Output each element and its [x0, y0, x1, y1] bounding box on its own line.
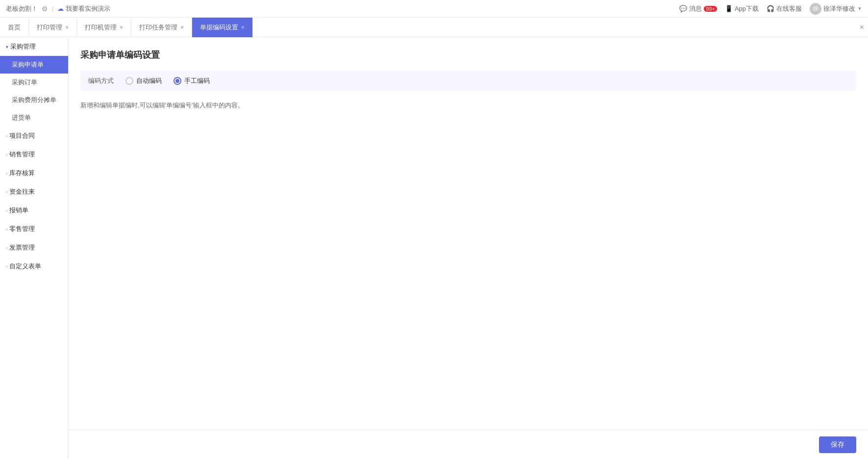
sidebar-item-purchase-order[interactable]: 采购订单	[0, 74, 68, 91]
chevron-right-icon-4: ›	[6, 189, 7, 195]
message-label: 消息	[689, 4, 702, 13]
tab-bar: 首页 打印管理 × 打印机管理 × 打印任务管理 × 单据编码设置 × ×	[0, 18, 868, 37]
tab-print-task[interactable]: 打印任务管理 ×	[131, 18, 192, 37]
manual-code-radio[interactable]	[174, 77, 181, 85]
message-action[interactable]: 💬 消息 99+	[679, 4, 717, 13]
message-icon: 💬	[679, 5, 687, 12]
avatar: 徐	[810, 3, 821, 15]
chevron-right-icon-5: ›	[6, 208, 7, 213]
sidebar-group-custom-form-header[interactable]: › 自定义表单	[0, 257, 68, 276]
demo-link[interactable]: ☁ 我要看实例演示	[57, 4, 110, 13]
content-area: 采购申请单编码设置 编码方式 自动编码 手工编码 新增和编辑单据编时,可以编辑'…	[69, 37, 868, 459]
sidebar-group-invoice-header[interactable]: › 发票管理	[0, 238, 68, 257]
cloud-icon: ☁	[57, 5, 64, 12]
hint-text: 新增和编辑单据编时,可以编辑'单编编号'输入框中的内容。	[80, 101, 856, 110]
app-download-icon: 📱	[725, 5, 733, 12]
close-tab-bar-icon[interactable]: ×	[856, 19, 868, 36]
settings-icon[interactable]: ⚙	[42, 5, 48, 13]
sidebar-group-expense-label: 报销单	[9, 206, 28, 215]
tab-print-mgmt-label: 打印管理	[37, 23, 62, 32]
manual-code-option[interactable]: 手工编码	[174, 76, 210, 85]
app-title: 老板勿割！	[6, 4, 38, 13]
divider-icon: |	[52, 5, 53, 12]
manual-code-label: 手工编码	[184, 76, 210, 85]
sidebar-group-invoice-label: 发票管理	[9, 243, 35, 252]
sidebar-item-purchase-expense[interactable]: 采购费用分摊单	[0, 91, 68, 109]
top-bar-right: 💬 消息 99+ 📱 App下载 🎧 在线客服 徐 徐泽华修改 ▼	[679, 3, 862, 15]
sidebar-group-purchase-label: 采购管理	[10, 42, 36, 51]
customer-service-action[interactable]: 🎧 在线客服	[767, 4, 802, 13]
app-download-label: App下载	[735, 4, 759, 13]
tab-code-settings[interactable]: 单据编码设置 ×	[192, 18, 253, 37]
sidebar-group-finance-header[interactable]: › 资金往来	[0, 182, 68, 201]
sidebar: ▾ 采购管理 采购申请单 采购订单 采购费用分摊单 进货单 › 项目合同 › 销…	[0, 37, 69, 459]
content-footer: 保存	[69, 430, 868, 459]
auto-code-label: 自动编码	[136, 76, 162, 85]
sidebar-item-purchase-request[interactable]: 采购申请单	[0, 56, 68, 74]
save-button[interactable]: 保存	[819, 436, 856, 453]
tab-home[interactable]: 首页	[0, 18, 29, 37]
chevron-down-icon: ▾	[6, 44, 8, 50]
sidebar-group-expense-header[interactable]: › 报销单	[0, 201, 68, 220]
sidebar-group-inventory-label: 库存核算	[9, 169, 35, 178]
tab-print-task-label: 打印任务管理	[139, 23, 177, 32]
auto-code-radio[interactable]	[125, 77, 133, 85]
encoding-label: 编码方式	[88, 76, 114, 85]
sidebar-group-retail-label: 零售管理	[9, 225, 35, 233]
content-main: 采购申请单编码设置 编码方式 自动编码 手工编码 新增和编辑单据编时,可以编辑'…	[69, 37, 868, 430]
customer-service-icon: 🎧	[767, 5, 774, 12]
tab-print-task-close[interactable]: ×	[180, 24, 184, 31]
sidebar-group-custom-form-label: 自定义表单	[9, 262, 41, 271]
tab-home-label: 首页	[8, 23, 21, 32]
encoding-row: 编码方式 自动编码 手工编码	[80, 71, 856, 91]
sidebar-group-purchase: ▾ 采购管理 采购申请单 采购订单 采购费用分摊单 进货单	[0, 37, 68, 127]
main-layout: ▾ 采购管理 采购申请单 采购订单 采购费用分摊单 进货单 › 项目合同 › 销…	[0, 37, 868, 459]
sidebar-group-sales-header[interactable]: › 销售管理	[0, 145, 68, 164]
sidebar-group-finance-label: 资金往来	[9, 187, 35, 196]
user-info[interactable]: 徐 徐泽华修改 ▼	[810, 3, 862, 15]
message-badge: 99+	[704, 6, 717, 12]
customer-service-label: 在线客服	[776, 4, 802, 13]
chevron-right-icon-7: ›	[6, 245, 7, 251]
sidebar-group-project-label: 项目合同	[9, 131, 35, 140]
tab-code-settings-label: 单据编码设置	[200, 23, 238, 32]
tab-printer-mgmt-close[interactable]: ×	[120, 24, 123, 31]
page-title: 采购申请单编码设置	[80, 49, 856, 61]
sidebar-group-inventory-header[interactable]: › 库存核算	[0, 164, 68, 182]
chevron-right-icon-8: ›	[6, 264, 7, 269]
user-name: 徐泽华修改	[823, 4, 855, 13]
top-bar: 老板勿割！ ⚙ | ☁ 我要看实例演示 💬 消息 99+ 📱 App下载 🎧 在…	[0, 0, 868, 18]
tab-print-mgmt[interactable]: 打印管理 ×	[29, 18, 77, 37]
sidebar-group-retail-header[interactable]: › 零售管理	[0, 220, 68, 238]
tab-printer-mgmt[interactable]: 打印机管理 ×	[77, 18, 131, 37]
tab-code-settings-close[interactable]: ×	[241, 24, 245, 31]
user-chevron-icon: ▼	[857, 6, 862, 11]
sidebar-item-purchase-receipt[interactable]: 进货单	[0, 109, 68, 127]
sidebar-group-purchase-header[interactable]: ▾ 采购管理	[0, 37, 68, 56]
app-download-action[interactable]: 📱 App下载	[725, 4, 759, 13]
chevron-right-icon-1: ›	[6, 133, 7, 139]
tab-printer-mgmt-label: 打印机管理	[85, 23, 117, 32]
chevron-right-icon-6: ›	[6, 227, 7, 232]
sidebar-group-sales-label: 销售管理	[9, 150, 35, 159]
demo-text: 我要看实例演示	[66, 4, 110, 13]
auto-code-option[interactable]: 自动编码	[125, 76, 162, 85]
tab-print-mgmt-close[interactable]: ×	[65, 24, 69, 31]
sidebar-group-project-contract-header[interactable]: › 项目合同	[0, 127, 68, 145]
top-bar-left: 老板勿割！ ⚙ | ☁ 我要看实例演示	[6, 4, 110, 13]
chevron-right-icon-2: ›	[6, 152, 7, 157]
chevron-right-icon-3: ›	[6, 171, 7, 176]
